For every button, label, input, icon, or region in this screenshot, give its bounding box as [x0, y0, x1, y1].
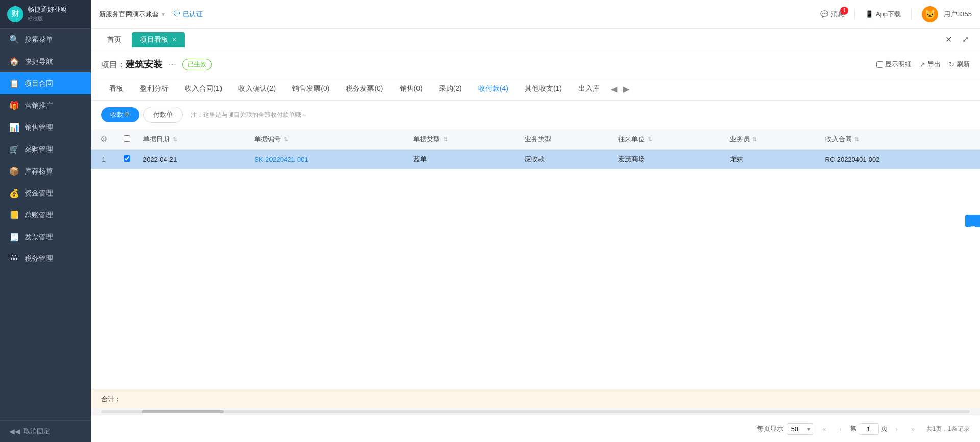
sidebar-item-ledger[interactable]: 📒 总账管理 — [0, 204, 91, 226]
doc-number-link[interactable]: SK-20220421-001 — [254, 156, 308, 163]
inner-tab-collection[interactable]: 收款单 — [101, 107, 139, 122]
close-window-btn[interactable]: ✕ — [942, 34, 955, 45]
show-detail-checkbox[interactable]: 显示明细 — [876, 60, 912, 69]
inventory-icon: 📦 — [9, 166, 19, 176]
sub-tab-sales[interactable]: 销售(0) — [391, 78, 431, 101]
sub-tab-next-arrow[interactable]: ▶ — [620, 80, 632, 98]
inner-tab-payment[interactable]: 付款单 — [143, 107, 183, 123]
sales-icon: 📊 — [9, 122, 19, 132]
sidebar-item-finance[interactable]: 💰 资金管理 — [0, 182, 91, 204]
cell-number[interactable]: SK-20220421-001 — [248, 150, 407, 169]
sidebar-label-inventory: 库存核算 — [24, 167, 53, 176]
ledger-icon: 📒 — [9, 210, 19, 220]
col-income-contract-label: 收入合同 — [825, 135, 852, 143]
row-checkbox-cell[interactable] — [116, 150, 137, 169]
current-page-input[interactable] — [859, 423, 879, 435]
col-date[interactable]: 单据日期 ⇅ — [137, 129, 248, 150]
sub-tab-prev-arrow[interactable]: ◀ — [608, 80, 620, 98]
next-page-btn[interactable]: › — [890, 422, 904, 436]
col-salesperson[interactable]: 业务员 ⇅ — [724, 129, 819, 150]
pagination: 每页显示 20 50 100 « ‹ 第 页 › » 共1页，1条记录 — [91, 415, 980, 442]
sub-tab-income-contract[interactable]: 收入合同(1) — [177, 78, 230, 101]
app-download-btn[interactable]: 📱 App下载 — [865, 10, 901, 19]
tab-home-label: 首页 — [107, 35, 121, 44]
select-all-checkbox[interactable] — [124, 135, 130, 142]
row-checkbox[interactable] — [124, 155, 130, 162]
page-size-select[interactable]: 20 50 100 — [787, 423, 813, 435]
col-number[interactable]: 单据编号 ⇅ — [248, 129, 407, 150]
first-page-btn[interactable]: « — [817, 422, 831, 436]
sort-income-contract-icon: ⇅ — [854, 136, 859, 142]
col-gear[interactable]: ⚙ — [91, 129, 116, 150]
sub-tab-purchase[interactable]: 采购(2) — [431, 78, 470, 101]
sidebar-unpin[interactable]: ◀◀ 取消固定 — [0, 420, 91, 442]
data-table: ⚙ 单据日期 ⇅ 单据编号 ⇅ — [91, 129, 980, 169]
refresh-label: 刷新 — [957, 60, 970, 69]
project-contract-icon: 📋 — [9, 79, 19, 88]
project-title: 项目：建筑安装 — [101, 58, 162, 70]
sidebar-label-purchase-mgmt: 采购管理 — [24, 145, 53, 154]
col-biz-type-label: 业务类型 — [525, 135, 551, 143]
show-detail-input[interactable] — [876, 61, 883, 68]
col-type[interactable]: 单据类型 ⇅ — [407, 129, 519, 150]
message-btn[interactable]: 💬 消息 1 — [820, 10, 844, 19]
topbar-certified: 🛡 已认证 — [173, 10, 203, 19]
topbar-account[interactable]: 新服务官网演示账套 ▾ — [99, 10, 165, 19]
sidebar-item-sales-mgmt[interactable]: 📊 销售管理 — [0, 116, 91, 138]
app-download-label: App下载 — [876, 10, 901, 19]
cell-biz-type: 应收款 — [519, 150, 612, 169]
col-type-label: 单据类型 — [413, 135, 440, 143]
tab-project-board[interactable]: 项目看板 ✕ — [132, 32, 185, 47]
sub-tab-collection[interactable]: 收付款(4) — [470, 78, 517, 101]
col-income-contract[interactable]: 收入合同 ⇅ — [819, 129, 980, 150]
sub-tab-other-expense[interactable]: 其他收支(1) — [517, 78, 570, 101]
topbar: 新服务官网演示账套 ▾ 🛡 已认证 💬 消息 1 📱 App下载 🐱 用 — [91, 0, 980, 29]
page-label: 第 — [850, 424, 856, 433]
sidebar-item-inventory[interactable]: 📦 库存核算 — [0, 160, 91, 182]
sub-tab-warehouse[interactable]: 出入库 — [570, 78, 608, 101]
project-more-btn[interactable]: ··· — [168, 59, 176, 70]
sidebar-item-invoice[interactable]: 🧾 发票管理 — [0, 226, 91, 248]
expand-window-btn[interactable]: ⤢ — [959, 34, 972, 45]
export-btn[interactable]: ↗ 导出 — [920, 60, 941, 69]
tab-close-icon[interactable]: ✕ — [172, 36, 177, 43]
table-row[interactable]: 1 2022-04-21 SK-20220421-001 蓝单 应收款 宏茂商场… — [91, 150, 980, 169]
sort-type-icon: ⇅ — [443, 136, 448, 142]
sidebar-label-tax: 税务管理 — [24, 254, 53, 263]
col-partner[interactable]: 往来单位 ⇅ — [612, 129, 723, 150]
sub-tab-kanban[interactable]: 看板 — [101, 78, 132, 101]
sidebar-item-purchase-mgmt[interactable]: 🛒 采购管理 — [0, 138, 91, 160]
prev-page-btn[interactable]: ‹ — [834, 422, 848, 436]
search-icon: 🔍 — [9, 35, 19, 44]
refresh-btn[interactable]: ↻ 刷新 — [949, 60, 970, 69]
sub-tab-sales-invoice[interactable]: 销售发票(0) — [284, 78, 337, 101]
sidebar-label-quick-nav: 快捷导航 — [24, 57, 53, 66]
sub-tab-profit[interactable]: 盈利分析 — [132, 78, 177, 101]
sidebar-item-search[interactable]: 🔍 搜索菜单 — [0, 29, 91, 51]
topbar-divider — [854, 9, 855, 19]
inner-tab-note: 注：这里是与项目关联的全部收付款单哦～ — [191, 111, 307, 119]
user-btn[interactable]: 🐱 用户3355 — [922, 6, 972, 22]
col-select-all[interactable] — [116, 129, 137, 150]
sub-tab-income-confirm[interactable]: 收入确认(2) — [230, 78, 284, 101]
sidebar-label-ledger: 总账管理 — [24, 211, 53, 220]
export-icon: ↗ — [920, 61, 925, 68]
tab-home[interactable]: 首页 — [99, 32, 130, 47]
last-page-btn[interactable]: » — [906, 422, 920, 436]
show-detail-label: 显示明细 — [885, 60, 912, 69]
sidebar-item-quick-nav[interactable]: 🏠 快捷导航 — [0, 51, 91, 72]
account-name: 新服务官网演示账套 — [99, 10, 159, 19]
hscroll-thumb[interactable] — [142, 410, 224, 413]
sidebar-item-project-contract[interactable]: 📋 项目合同 — [0, 72, 91, 94]
main-area: 新服务官网演示账套 ▾ 🛡 已认证 💬 消息 1 📱 App下载 🐱 用 — [91, 0, 980, 442]
feedback-btn[interactable]: 意见反馈 — [965, 215, 980, 227]
sub-tab-tax-invoice[interactable]: 税务发票(0) — [337, 78, 391, 101]
certified-label: 已认证 — [183, 10, 203, 19]
sidebar-scroll: 🔍 搜索菜单 🏠 快捷导航 📋 项目合同 🎁 营销推广 📊 销售管理 🛒 采购管… — [0, 29, 91, 420]
shield-icon: 🛡 — [173, 10, 181, 18]
sidebar-item-marketing[interactable]: 🎁 营销推广 — [0, 94, 91, 116]
sidebar-item-tax[interactable]: 🏛 税务管理 — [0, 248, 91, 269]
home-icon: 🏠 — [9, 57, 19, 66]
horizontal-scrollbar[interactable] — [91, 409, 980, 415]
sort-date-icon: ⇅ — [173, 136, 177, 142]
